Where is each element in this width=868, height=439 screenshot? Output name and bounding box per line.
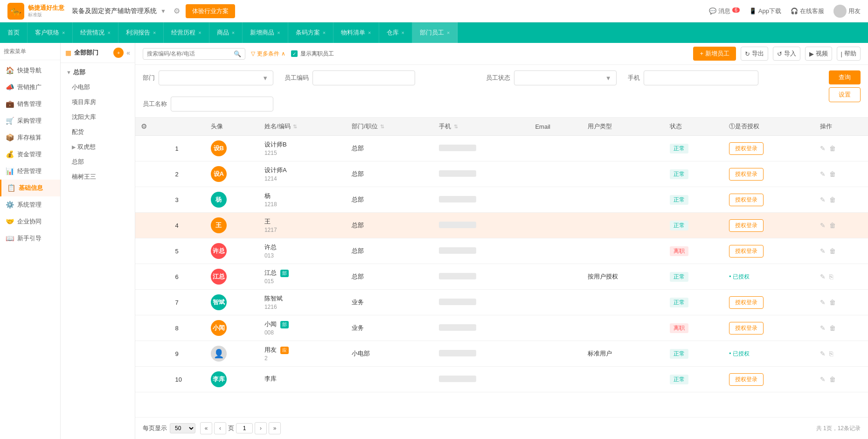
delete-icon[interactable]: 🗑 bbox=[829, 222, 836, 229]
tab-profit[interactable]: 利润报告 × bbox=[118, 22, 164, 43]
dept-item-zongbu2[interactable]: 总部 bbox=[61, 154, 135, 169]
close-icon[interactable]: × bbox=[447, 30, 450, 35]
sidebar-item-sales[interactable]: 💼 销售管理 bbox=[0, 96, 60, 112]
auth-login-button[interactable]: 授权登录 bbox=[729, 168, 764, 181]
close-icon[interactable]: × bbox=[277, 30, 280, 35]
tab-barcode[interactable]: 条码方案 × bbox=[288, 22, 333, 43]
add-employee-button[interactable]: + 新增员工 bbox=[693, 47, 736, 61]
show-resigned-checkbox[interactable]: ✓ 显示离职员工 bbox=[291, 50, 334, 58]
edit-icon[interactable]: ✎ bbox=[820, 222, 826, 229]
copy-icon[interactable]: ⎘ bbox=[829, 273, 833, 280]
edit-icon[interactable]: ✎ bbox=[820, 145, 826, 152]
sidebar-item-purchase[interactable]: 🛒 采购管理 bbox=[0, 112, 60, 129]
edit-icon[interactable]: ✎ bbox=[820, 247, 826, 255]
tab-new-goods[interactable]: 新增商品 × bbox=[243, 22, 288, 43]
dept-filter-select[interactable]: ▼ bbox=[159, 70, 273, 85]
dept-edit-button[interactable]: + bbox=[113, 48, 124, 58]
sidebar-item-inventory[interactable]: 📦 库存核算 bbox=[0, 129, 60, 146]
page-size-dropdown[interactable]: 50 20 100 bbox=[170, 423, 195, 433]
tab-history[interactable]: 经营历程 × bbox=[164, 22, 209, 43]
edit-icon[interactable]: ✎ bbox=[820, 350, 826, 357]
edit-icon[interactable]: ✎ bbox=[820, 324, 826, 332]
query-button[interactable]: 查询 bbox=[829, 70, 861, 84]
tab-home[interactable]: 首页 bbox=[0, 22, 28, 43]
filter-more-button[interactable]: ▽ 更多条件 ∧ bbox=[251, 50, 285, 58]
system-dropdown-arrow[interactable]: ▼ bbox=[160, 8, 166, 14]
prev-page-button[interactable]: ‹ bbox=[214, 422, 226, 434]
help-button[interactable]: | 帮助 bbox=[837, 47, 861, 61]
auth-login-button[interactable]: 授权登录 bbox=[729, 219, 764, 232]
dept-item-nanshu[interactable]: 楠树王三 bbox=[61, 169, 135, 184]
edit-icon[interactable]: ✎ bbox=[820, 273, 826, 280]
sidebar-item-collab[interactable]: 🤝 企业协同 bbox=[0, 213, 60, 230]
delete-icon[interactable]: 🗑 bbox=[829, 324, 836, 332]
view-button[interactable]: ▶ 视频 bbox=[805, 47, 832, 61]
dept-item-zongbu[interactable]: ▼ 总部 bbox=[61, 65, 135, 80]
tab-bom[interactable]: 物料清单 × bbox=[333, 22, 379, 43]
tab-customer[interactable]: 客户联络 × bbox=[28, 22, 73, 43]
auth-login-button[interactable]: 授权登录 bbox=[729, 296, 764, 309]
set-button[interactable]: 设置 bbox=[829, 87, 861, 102]
row-phone bbox=[433, 238, 529, 264]
close-icon[interactable]: × bbox=[153, 30, 156, 35]
phone-input[interactable] bbox=[644, 70, 758, 85]
tab-department[interactable]: 部门员工 × bbox=[412, 22, 458, 43]
edit-icon[interactable]: ✎ bbox=[820, 299, 826, 306]
dept-item-shuanghu[interactable]: ▶ 双虎想 bbox=[61, 139, 135, 154]
export-button[interactable]: ↻ 导出 bbox=[741, 47, 768, 61]
col-settings-icon[interactable]: ⚙ bbox=[141, 122, 147, 130]
search-input[interactable] bbox=[147, 50, 231, 57]
delete-icon[interactable]: 🗑 bbox=[829, 247, 836, 255]
tab-goods[interactable]: 商品 × bbox=[209, 22, 243, 43]
sidebar-item-management[interactable]: 📊 经营管理 bbox=[0, 163, 60, 180]
delete-icon[interactable]: 🗑 bbox=[829, 196, 836, 203]
delete-icon[interactable]: 🗑 bbox=[829, 170, 836, 178]
tab-warehouse[interactable]: 仓库 × bbox=[379, 22, 412, 43]
copy-icon[interactable]: ⎘ bbox=[829, 350, 833, 357]
edit-icon[interactable]: ✎ bbox=[820, 170, 826, 178]
page-number-input[interactable] bbox=[236, 423, 253, 433]
message-item[interactable]: 💬 消息 6 bbox=[709, 7, 740, 15]
close-icon[interactable]: × bbox=[107, 30, 110, 35]
close-icon[interactable]: × bbox=[402, 30, 404, 35]
last-page-button[interactable]: » bbox=[269, 422, 281, 434]
first-page-button[interactable]: « bbox=[200, 422, 212, 434]
auth-login-button[interactable]: 授权登录 bbox=[729, 245, 764, 258]
dept-item-project[interactable]: 项目库房 bbox=[61, 95, 135, 110]
sidebar-item-quick-nav[interactable]: 🏠 快捷导航 bbox=[0, 62, 60, 79]
app-download-item[interactable]: 📱 App下载 bbox=[749, 7, 781, 15]
delete-icon[interactable]: 🗑 bbox=[829, 145, 836, 152]
sidebar-item-marketing[interactable]: 📣 营销推广 bbox=[0, 79, 60, 96]
collapse-icon[interactable]: « bbox=[126, 49, 130, 56]
auth-login-button[interactable]: 授权登录 bbox=[729, 142, 764, 155]
settings-icon[interactable]: ⚙ bbox=[174, 7, 180, 15]
close-icon[interactable]: × bbox=[62, 30, 65, 35]
sidebar-item-basic-info[interactable]: 📋 基础信息 bbox=[0, 180, 60, 196]
delete-icon[interactable]: 🗑 bbox=[829, 299, 836, 306]
tab-operation[interactable]: 经营情况 × bbox=[73, 22, 118, 43]
edit-icon[interactable]: ✎ bbox=[820, 376, 826, 383]
close-icon[interactable]: × bbox=[198, 30, 201, 35]
edit-icon[interactable]: ✎ bbox=[820, 196, 826, 203]
sidebar-item-system[interactable]: ⚙️ 系统管理 bbox=[0, 196, 60, 213]
emp-status-select[interactable]: ▼ bbox=[514, 70, 617, 85]
user-item[interactable]: 用友 bbox=[833, 5, 861, 18]
trial-button[interactable]: 体验行业方案 bbox=[186, 4, 235, 18]
auth-login-button[interactable]: 授权登录 bbox=[729, 194, 764, 206]
close-icon[interactable]: × bbox=[368, 30, 371, 35]
emp-code-input[interactable] bbox=[312, 70, 415, 85]
next-page-button[interactable]: › bbox=[255, 422, 267, 434]
emp-name-input[interactable] bbox=[171, 97, 273, 111]
dept-item-shenyang[interactable]: 沈阳大库 bbox=[61, 110, 135, 125]
auth-login-button[interactable]: 授权登录 bbox=[729, 322, 764, 334]
close-icon[interactable]: × bbox=[323, 30, 326, 35]
import-button[interactable]: ↺ 导入 bbox=[773, 47, 800, 61]
delete-icon[interactable]: 🗑 bbox=[829, 376, 836, 383]
online-service-item[interactable]: 🎧 在线客服 bbox=[791, 7, 824, 15]
sidebar-item-guide[interactable]: 📖 新手引导 bbox=[0, 230, 60, 247]
close-icon[interactable]: × bbox=[232, 30, 235, 35]
auth-login-button[interactable]: 授权登录 bbox=[729, 373, 764, 386]
dept-item-peihuo[interactable]: 配货 bbox=[61, 125, 135, 139]
sidebar-item-finance[interactable]: 💰 资金管理 bbox=[0, 146, 60, 163]
dept-item-xiaodian[interactable]: 小电部 bbox=[61, 80, 135, 95]
